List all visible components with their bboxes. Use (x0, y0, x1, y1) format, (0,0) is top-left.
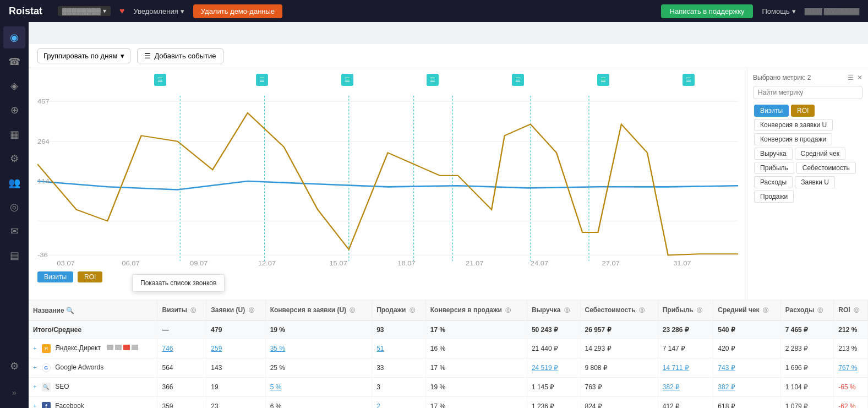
cell-link[interactable]: 2 (376, 402, 380, 408)
account-name: ▓▓▓▓▓▓▓▓ (62, 7, 101, 15)
metrics-search-input[interactable] (753, 86, 862, 99)
notifications-button[interactable]: Уведомления ▾ (134, 7, 184, 15)
delete-demo-button[interactable]: Удалить демо-данные (193, 4, 282, 18)
cell-link[interactable]: 382 ₽ (663, 383, 680, 391)
cell-visits-0: 746 (157, 339, 206, 358)
sidebar-item-reports[interactable]: ▦ (3, 123, 25, 145)
name-search-icon[interactable]: 🔍 (66, 307, 74, 314)
sidebar-expand-button[interactable]: » (3, 382, 25, 404)
metric-tag-Себестоимость[interactable]: Себестоимость (796, 162, 856, 174)
metric-tag-Расходы[interactable]: Расходы (754, 176, 793, 188)
cell-sales-0: 51 (372, 339, 426, 358)
cell-link[interactable]: 746 (162, 345, 173, 352)
metric-tag-Средний-чек[interactable]: Средний чек (795, 148, 845, 160)
sidebar-item-users[interactable]: 👥 (3, 172, 25, 194)
event-marker-3[interactable]: ☰ (341, 74, 353, 86)
cell-link[interactable]: 51 (376, 345, 384, 352)
user-name[interactable]: ▓▓▓▓ ▓▓▓▓▓▓▓▓ (805, 8, 859, 14)
sidebar-item-projects[interactable]: ▤ (3, 244, 25, 266)
event-marker-1[interactable]: ☰ (154, 74, 166, 86)
conv-leads-sort-icon[interactable]: ⓪ (350, 307, 355, 313)
svg-text:24.07: 24.07 (531, 260, 549, 266)
table-header-row: Название 🔍 Визиты ⓪ Заявки (U) ⓪ Конверс… (29, 301, 868, 320)
event-marker-5[interactable]: ☰ (512, 74, 524, 86)
cell-roi-1: 767 % (834, 358, 868, 378)
table-row-total: Итого/Среднее — 479 19 % 93 17 % 50 243 … (29, 320, 868, 339)
metric-tag-ROI[interactable]: ROI (791, 105, 815, 117)
sidebar-item-dashboard[interactable]: ◉ (3, 26, 25, 48)
cell-link[interactable]: 5 % (270, 383, 282, 391)
sidebar-item-settings[interactable]: ⚙ (3, 355, 25, 377)
toolbar: Группировать по дням ▾ ☰ Добавить событи… (29, 44, 868, 68)
total-profit: 23 286 ₽ (658, 320, 713, 339)
cell-link[interactable]: 743 ₽ (718, 364, 735, 372)
svg-text:264: 264 (37, 138, 50, 145)
cell-roi-2: -65 % (834, 378, 868, 397)
row-expand-3[interactable]: + (33, 402, 36, 408)
support-button[interactable]: Написать в поддержку (661, 4, 754, 18)
sidebar-item-experiments[interactable]: ⚙ (3, 148, 25, 170)
heart-icon[interactable]: ♥ (119, 6, 125, 16)
sales-sort-icon[interactable]: ⓪ (410, 307, 415, 313)
roi-sort-icon[interactable]: ⓪ (854, 307, 859, 313)
account-selector[interactable]: ▓▓▓▓▓▓▓▓ ▾ (58, 6, 111, 16)
revenue-sort-icon[interactable]: ⓪ (564, 307, 570, 313)
cell-avg_check-1: 743 ₽ (713, 358, 780, 378)
chart-badge-roi[interactable]: ROI (78, 271, 102, 282)
row-expand-1[interactable]: + (33, 364, 36, 371)
metric-tag-Конверсия-в-заявки-U[interactable]: Конверсия в заявки U (754, 119, 833, 131)
visits-sort-icon[interactable]: ⓪ (190, 307, 196, 313)
view-icon-0[interactable] (107, 345, 113, 350)
sidebar-item-integration[interactable]: ⊕ (3, 99, 25, 121)
total-conv-leads: 19 % (265, 320, 372, 339)
cell-link[interactable]: 259 (211, 345, 222, 352)
metric-tag-Конверсия-в-продажи[interactable]: Конверсия в продажи (754, 133, 832, 145)
cell-name-0: + Я Яндекс.Директ (29, 339, 157, 358)
sidebar-item-analytics[interactable]: ◈ (3, 75, 25, 97)
row-expand-0[interactable]: + (33, 345, 36, 351)
cell-roi-3: -62 % (834, 397, 868, 409)
help-button[interactable]: Помощь ▾ (762, 7, 795, 15)
row-expand-2[interactable]: + (33, 383, 36, 390)
metrics-list-icon[interactable]: ☰ (848, 74, 854, 81)
cell-link[interactable]: 14 711 ₽ (663, 364, 689, 372)
event-marker-4[interactable]: ☰ (427, 74, 439, 86)
metric-tag-Продажи[interactable]: Продажи (754, 191, 794, 203)
sidebar-item-calls[interactable]: ☎ (3, 51, 25, 73)
leads-sort-icon[interactable]: ⓪ (249, 307, 254, 313)
expenses-sort-icon[interactable]: ⓪ (817, 307, 823, 313)
profit-sort-icon[interactable]: ⓪ (697, 307, 702, 313)
chart-icon-0[interactable] (115, 345, 122, 350)
event-marker-7[interactable]: ☰ (683, 74, 695, 86)
event-marker-2[interactable]: ☰ (256, 74, 268, 86)
group-by-button[interactable]: Группировать по дням ▾ (37, 48, 130, 63)
event-marker-6[interactable]: ☰ (597, 74, 609, 86)
list-icon-0[interactable] (132, 345, 138, 350)
col-header-leads-u: Заявки (U) ⓪ (206, 301, 265, 320)
conv-sales-sort-icon[interactable]: ⓪ (505, 307, 511, 313)
avg-sort-icon[interactable]: ⓪ (763, 307, 768, 313)
metric-tag-Заявки-U[interactable]: Заявки U (795, 176, 835, 188)
metric-tag-Выручка[interactable]: Выручка (754, 148, 793, 160)
total-leads-u: 479 (206, 320, 265, 339)
metric-tag-Визиты[interactable]: Визиты (754, 105, 789, 117)
metric-tag-Прибыль[interactable]: Прибыль (754, 162, 794, 174)
cell-link[interactable]: 767 % (838, 364, 857, 372)
cost-sort-icon[interactable]: ⓪ (639, 307, 645, 313)
metrics-close-icon[interactable]: ✕ (857, 74, 862, 81)
delete-icon-0[interactable] (123, 345, 130, 350)
add-event-button[interactable]: ☰ Добавить событие (137, 48, 223, 63)
cell-cost-2: 763 ₽ (580, 378, 658, 397)
cell-link[interactable]: 35 % (270, 345, 285, 352)
cell-link[interactable]: 24 519 ₽ (532, 364, 558, 372)
help-label: Помощь (762, 7, 789, 15)
sidebar-item-email[interactable]: ✉ (3, 220, 25, 242)
svg-text:31.07: 31.07 (673, 260, 691, 266)
chart-badge-visits[interactable]: Визиты (37, 271, 73, 282)
cell-expenses-3: 1 079 ₽ (780, 397, 834, 409)
cell-link[interactable]: 382 ₽ (718, 383, 735, 391)
group-by-chevron-icon: ▾ (121, 52, 124, 60)
total-sales: 93 (372, 320, 426, 339)
logo: Roistat (9, 6, 42, 17)
sidebar-item-goals[interactable]: ◎ (3, 196, 25, 218)
